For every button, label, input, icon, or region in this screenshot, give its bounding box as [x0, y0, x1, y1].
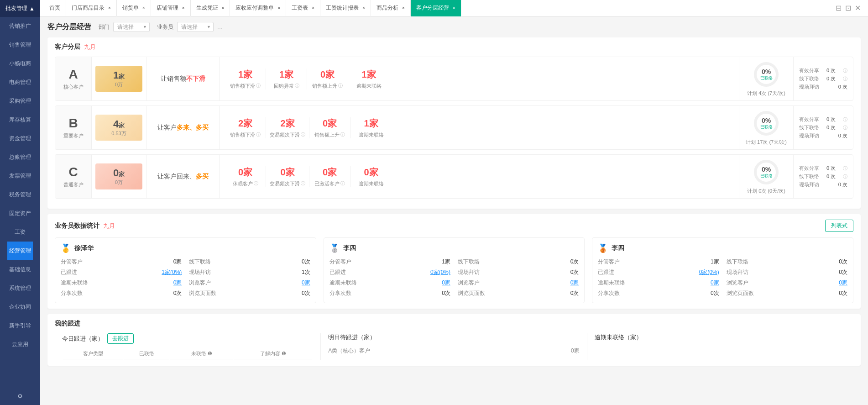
info-icon[interactable]: ⓘ — [295, 83, 299, 89]
tab-payroll[interactable]: 工资表× — [286, 0, 320, 16]
staff-name-row-0: 🥇 徐泽华 — [61, 243, 310, 253]
tier-count-money-a: 0万 — [115, 81, 123, 88]
tab-close-receivable[interactable]: × — [277, 5, 280, 11]
info-icon[interactable]: ⓘ — [340, 180, 345, 187]
tab-close-sales-order[interactable]: × — [142, 5, 145, 11]
stat-label-c-2: 已激活客户 ⓘ — [314, 180, 345, 187]
info-icon[interactable]: ⓘ — [254, 180, 258, 187]
tab-close-store-mgmt[interactable]: × — [182, 5, 185, 11]
stat-num-b-3[interactable]: 1家 — [364, 117, 378, 130]
staff-stat-val-1-1: 0次 — [570, 258, 579, 266]
tab-close-customer-tier[interactable]: × — [453, 5, 455, 11]
tab-product-analysis[interactable]: 商品分析× — [371, 0, 411, 16]
staff-stat-val-1-4[interactable]: 0家 — [442, 279, 450, 287]
staff-stat-val-2-5[interactable]: 0家 — [839, 279, 847, 287]
list-view-button[interactable]: 列表式 — [825, 220, 853, 232]
info-icon[interactable]: ⓘ — [256, 83, 261, 89]
staff-stat-val-1-2[interactable]: 0家(0%) — [430, 268, 450, 276]
sidebar-item-zongzhang[interactable]: 总账管理 — [7, 148, 33, 167]
tab-payroll-report[interactable]: 工资统计报表× — [320, 0, 371, 16]
sidebar-item-zijin[interactable]: 资金管理 — [7, 129, 33, 148]
right-stat-val-c-1: 0 次 — [826, 173, 836, 180]
right-info-icon[interactable]: ⓘ — [843, 116, 847, 123]
sidebar-item-yingxiao[interactable]: 营销推广 — [7, 17, 33, 36]
tier-stats-a: 1家 销售额下滑 ⓘ 1家 回购异常 ⓘ 0家 销售额上升 ⓘ 1家 逾期未联络 — [220, 57, 739, 100]
right-info-icon[interactable]: ⓘ — [843, 165, 847, 172]
stat-num-b-1[interactable]: 2家 — [280, 117, 294, 130]
info-icon[interactable]: ⓘ — [338, 83, 343, 89]
tab-customer-tier[interactable]: 客户分层经营× — [411, 0, 461, 16]
info-icon[interactable]: ⓘ — [340, 131, 345, 138]
tab-close-store-products[interactable]: × — [108, 5, 111, 11]
circle-progress-a: 0% 已联络 — [753, 61, 780, 88]
sidebar-item-yun[interactable]: 云应用 — [7, 335, 33, 354]
staff-stat-val-2-2[interactable]: 0家(0%) — [699, 268, 719, 276]
staff-stat-val-0-3: 1次 — [302, 268, 310, 276]
tab-store-products[interactable]: 门店商品目录× — [66, 0, 117, 16]
sidebar-logo[interactable]: 批发管理 ▲ — [0, 0, 40, 17]
maximize-icon[interactable]: ⊡ — [845, 4, 851, 12]
staff-stat-label-2-1: 线下联络 — [727, 258, 748, 266]
info-icon[interactable]: ⓘ — [256, 131, 261, 138]
staff-select[interactable]: 请选择 — [177, 22, 214, 32]
tab-close-payroll-report[interactable]: × — [362, 5, 365, 11]
sidebar-item-xiaoshou[interactable]: 销售管理 — [7, 36, 33, 54]
sidebar-item-xiaochang[interactable]: 小畅电商 — [7, 54, 33, 73]
right-info-icon[interactable]: ⓘ — [843, 76, 847, 82]
sidebar-item-xitong[interactable]: 系统管理 — [7, 279, 33, 298]
tier-stats-c: 0家 休眠客户 ⓘ 0家 交易频次下滑 ⓘ 0家 已激活客户 ⓘ 0家 逾期未联… — [220, 155, 739, 198]
main-area: 首页门店商品目录×销货单×店铺管理×生成凭证×应收应付调整单×工资表×工资统计报… — [40, 0, 868, 405]
staff-stat-val-0-5[interactable]: 0家 — [302, 279, 310, 287]
info-icon[interactable]: ⓘ — [301, 131, 305, 138]
tab-close-product-analysis[interactable]: × — [402, 5, 405, 11]
sidebar-item-diangshang[interactable]: 电商管理 — [7, 73, 33, 92]
sidebar-item-jingying[interactable]: 经营管理 — [7, 242, 33, 260]
staff-stat-val-0-4[interactable]: 0家 — [173, 279, 182, 287]
tab-close-voucher[interactable]: × — [222, 5, 225, 11]
info-icon[interactable]: ⓘ — [301, 180, 305, 187]
tab-store-mgmt[interactable]: 店铺管理× — [151, 0, 191, 16]
close-window-icon[interactable]: ✕ — [855, 4, 861, 12]
sidebar-item-shuiwu[interactable]: 税务管理 — [7, 185, 33, 204]
more-filters-icon[interactable]: ... — [217, 23, 223, 31]
sidebar-item-qiye[interactable]: 企业协同 — [7, 298, 33, 316]
minimize-icon[interactable]: ⊟ — [836, 4, 842, 12]
tab-actions[interactable]: ⊟ ⊡ ✕ — [832, 4, 864, 12]
tab-home[interactable]: 首页 — [44, 0, 66, 16]
col-uncontacted: 未联络 ❶ — [170, 348, 233, 359]
tab-sales-order[interactable]: 销货单× — [117, 0, 151, 16]
tab-receivable[interactable]: 应收应付调整单× — [230, 0, 286, 16]
staff-stat-label-1-3: 现场拜访 — [458, 268, 480, 276]
sidebar-item-caigou[interactable]: 采购管理 — [7, 92, 33, 110]
stat-num-a-0[interactable]: 1家 — [238, 68, 252, 81]
sidebar-item-gongzi[interactable]: 工资 — [7, 223, 33, 242]
tier-letter-c: C — [68, 165, 78, 179]
tab-close-payroll[interactable]: × — [312, 5, 314, 11]
right-stat-label-b-1: 线下联络 — [799, 124, 819, 131]
sidebar-settings[interactable]: ⚙ — [0, 387, 40, 405]
staff-stat-label-0-0: 分管客户 — [61, 258, 83, 266]
sidebar-item-fapiao[interactable]: 发票管理 — [7, 167, 33, 185]
sidebar-item-jichu[interactable]: 基础信息 — [7, 260, 33, 279]
sidebar-item-kucun[interactable]: 库存核算 — [7, 110, 33, 129]
sidebar-item-xinshou[interactable]: 新手引导 — [7, 316, 33, 335]
right-info-icon[interactable]: ⓘ — [843, 68, 847, 74]
right-info-icon[interactable]: ⓘ — [843, 174, 847, 180]
go-follow-button[interactable]: 去跟进 — [107, 333, 134, 344]
stat-num-a-1[interactable]: 1家 — [279, 68, 293, 81]
tab-voucher[interactable]: 生成凭证× — [191, 0, 230, 16]
stat-num-a-3[interactable]: 1家 — [361, 68, 376, 81]
staff-card-1: 🥈 李四 分管客户 1家 线下联络 0次 已跟进 0家(0%) — [324, 237, 585, 303]
staff-stat-label-0-6: 分享次数 — [61, 289, 83, 297]
right-stat-row-b-2: 现场拜访 0 次 — [799, 132, 847, 139]
stat-num-b-0[interactable]: 2家 — [238, 117, 252, 130]
staff-stat-val-0-2[interactable]: 1家(0%) — [162, 268, 182, 276]
page-header: 客户分层经营 部门 请选择 业务员 请选择 ... — [47, 22, 861, 32]
staff-rank-icon-0: 🥇 — [61, 243, 71, 253]
right-info-icon[interactable]: ⓘ — [843, 125, 847, 131]
staff-stat-label-0-3: 现场拜访 — [189, 268, 211, 276]
staff-stat-val-1-5[interactable]: 0家 — [570, 279, 579, 287]
staff-stat-val-2-4[interactable]: 0家 — [711, 279, 719, 287]
sidebar-item-gudingzichan[interactable]: 固定资产 — [7, 204, 33, 223]
dept-select[interactable]: 请选择 — [113, 22, 150, 32]
